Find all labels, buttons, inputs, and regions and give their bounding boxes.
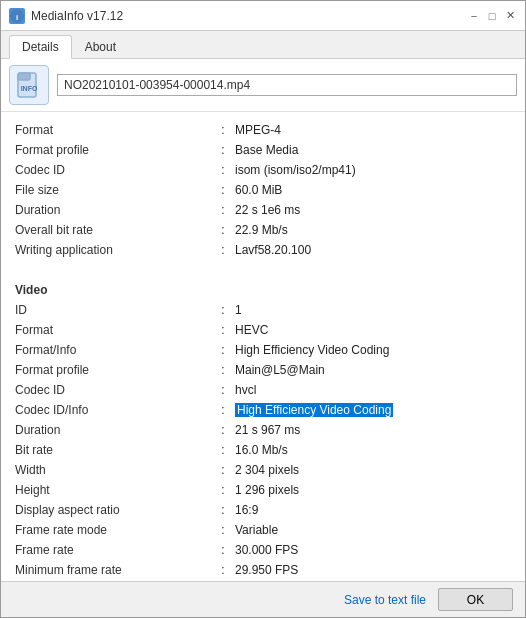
content-area: INFO Format : MPEG-4 Format profile : xyxy=(1,59,525,581)
row-label: Frame rate xyxy=(13,540,213,560)
row-value: 30.050 FPS xyxy=(233,580,513,581)
section-spacer xyxy=(13,260,513,280)
table-row: Display aspect ratio : 16:9 xyxy=(13,500,513,520)
row-label: Format xyxy=(13,120,213,140)
row-label: Duration xyxy=(13,420,213,440)
section-header: Video xyxy=(13,280,213,300)
row-value-highlight: High Efficiency Video Coding xyxy=(233,400,513,420)
ok-button[interactable]: OK xyxy=(438,588,513,611)
footer: Save to text file OK xyxy=(1,581,525,617)
file-path-input[interactable] xyxy=(57,74,517,96)
row-label: Format xyxy=(13,320,213,340)
row-value: High Efficiency Video Coding xyxy=(233,340,513,360)
row-colon: : xyxy=(213,160,233,180)
table-row: Format/Info : High Efficiency Video Codi… xyxy=(13,340,513,360)
row-value: hvcl xyxy=(233,380,513,400)
table-row: Codec ID : isom (isom/iso2/mp41) xyxy=(13,160,513,180)
row-colon: : xyxy=(213,140,233,160)
row-colon: : xyxy=(213,520,233,540)
table-row: Format profile : Main@L5@Main xyxy=(13,360,513,380)
row-colon: : xyxy=(213,500,233,520)
table-row: Codec ID : hvcl xyxy=(13,380,513,400)
table-row: File size : 60.0 MiB xyxy=(13,180,513,200)
row-label: Overall bit rate xyxy=(13,220,213,240)
file-icon: INFO xyxy=(9,65,49,105)
tab-bar: Details About xyxy=(1,31,525,59)
table-row: Frame rate : 30.000 FPS xyxy=(13,540,513,560)
table-row: Duration : 21 s 967 ms xyxy=(13,420,513,440)
row-value: Lavf58.20.100 xyxy=(233,240,513,260)
table-row: Writing application : Lavf58.20.100 xyxy=(13,240,513,260)
table-row: Video xyxy=(13,280,513,300)
row-value: 30.000 FPS xyxy=(233,540,513,560)
info-table: Format : MPEG-4 Format profile : Base Me… xyxy=(13,120,513,581)
table-row: ID : 1 xyxy=(13,300,513,320)
row-label: Writing application xyxy=(13,240,213,260)
tab-about[interactable]: About xyxy=(72,35,129,58)
table-row: Maximum frame rate : 30.050 FPS xyxy=(13,580,513,581)
row-colon: : xyxy=(213,440,233,460)
svg-text:INFO: INFO xyxy=(21,85,38,92)
row-label: Format profile xyxy=(13,360,213,380)
row-value: 2 304 pixels xyxy=(233,460,513,480)
row-colon: : xyxy=(213,540,233,560)
svg-rect-3 xyxy=(18,73,30,80)
row-label: Format/Info xyxy=(13,340,213,360)
row-colon: : xyxy=(213,580,233,581)
row-label: Maximum frame rate xyxy=(13,580,213,581)
row-colon: : xyxy=(213,420,233,440)
window-title: MediaInfo v17.12 xyxy=(31,9,123,23)
row-value: 22.9 Mb/s xyxy=(233,220,513,240)
title-bar: i MediaInfo v17.12 − □ ✕ xyxy=(1,1,525,31)
row-label: File size xyxy=(13,180,213,200)
row-value: Variable xyxy=(233,520,513,540)
table-row: Duration : 22 s 1e6 ms xyxy=(13,200,513,220)
close-button[interactable]: ✕ xyxy=(503,9,517,23)
row-label: Duration xyxy=(13,200,213,220)
row-colon: : xyxy=(213,560,233,580)
table-row: Minimum frame rate : 29.950 FPS xyxy=(13,560,513,580)
row-label: Codec ID/Info xyxy=(13,400,213,420)
row-value: 21 s 967 ms xyxy=(233,420,513,440)
row-label: ID xyxy=(13,300,213,320)
row-value: isom (isom/iso2/mp41) xyxy=(233,160,513,180)
table-row: Height : 1 296 pixels xyxy=(13,480,513,500)
row-label: Bit rate xyxy=(13,440,213,460)
table-row: Bit rate : 16.0 Mb/s xyxy=(13,440,513,460)
highlighted-text: High Efficiency Video Coding xyxy=(235,403,393,417)
row-value: 1 296 pixels xyxy=(233,480,513,500)
tab-details[interactable]: Details xyxy=(9,35,72,59)
table-row: Format : MPEG-4 xyxy=(13,120,513,140)
table-row: Codec ID/Info : High Efficiency Video Co… xyxy=(13,400,513,420)
row-colon: : xyxy=(213,480,233,500)
row-value: MPEG-4 xyxy=(233,120,513,140)
row-colon: : xyxy=(213,220,233,240)
row-colon: : xyxy=(213,120,233,140)
row-value: 29.950 FPS xyxy=(233,560,513,580)
row-label: Frame rate mode xyxy=(13,520,213,540)
table-row: Frame rate mode : Variable xyxy=(13,520,513,540)
info-scroll-area[interactable]: Format : MPEG-4 Format profile : Base Me… xyxy=(1,112,525,581)
row-label: Codec ID xyxy=(13,380,213,400)
title-bar-left: i MediaInfo v17.12 xyxy=(9,8,123,24)
table-row: Format profile : Base Media xyxy=(13,140,513,160)
row-label: Codec ID xyxy=(13,160,213,180)
row-value: Base Media xyxy=(233,140,513,160)
minimize-button[interactable]: − xyxy=(467,9,481,23)
row-label: Minimum frame rate xyxy=(13,560,213,580)
row-colon: : xyxy=(213,400,233,420)
row-label: Height xyxy=(13,480,213,500)
app-icon: i xyxy=(9,8,25,24)
row-value: 60.0 MiB xyxy=(233,180,513,200)
row-colon: : xyxy=(213,360,233,380)
main-window: i MediaInfo v17.12 − □ ✕ Details About xyxy=(0,0,526,618)
row-value: 1 xyxy=(233,300,513,320)
row-label: Display aspect ratio xyxy=(13,500,213,520)
row-value: 22 s 1e6 ms xyxy=(233,200,513,220)
row-colon: : xyxy=(213,460,233,480)
row-colon: : xyxy=(213,200,233,220)
row-colon: : xyxy=(213,180,233,200)
maximize-button[interactable]: □ xyxy=(485,9,499,23)
save-to-text-link[interactable]: Save to text file xyxy=(344,593,426,607)
table-row: Overall bit rate : 22.9 Mb/s xyxy=(13,220,513,240)
